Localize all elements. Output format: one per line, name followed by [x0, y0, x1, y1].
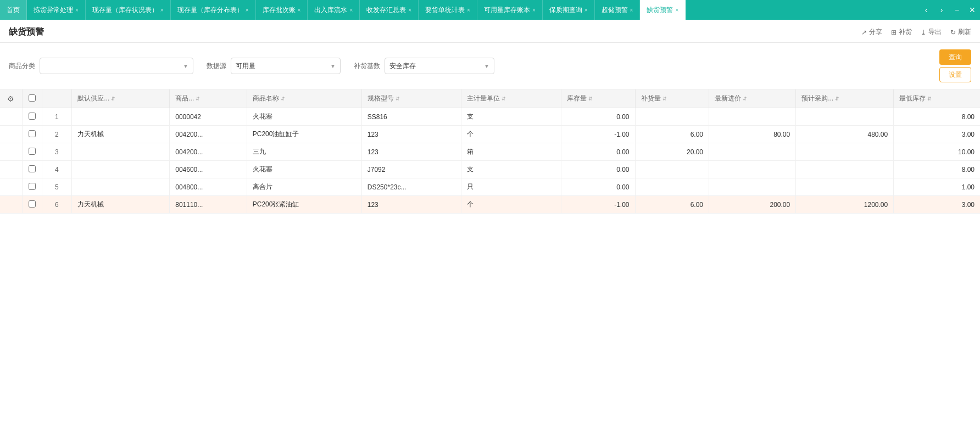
- td-supplement-0: [635, 108, 709, 126]
- th-est-purchase-sort-icon: ⇵: [835, 96, 839, 102]
- td-spec-1: 123: [361, 126, 461, 143]
- td-index-4: 5: [42, 178, 72, 196]
- nav-tab-2[interactable]: 现存量（库存状况表）×: [86, 0, 171, 20]
- row-checkbox-5[interactable]: [29, 200, 36, 208]
- row-checkbox-3[interactable]: [29, 165, 36, 172]
- nav-tab-9[interactable]: 保质期查询×: [543, 0, 595, 20]
- th-spec-sort-icon: ⇵: [396, 96, 400, 102]
- row-checkbox-1[interactable]: [29, 130, 36, 137]
- share-btn[interactable]: ↗ 分享: [861, 27, 882, 37]
- supplement-btn[interactable]: ⊞ 补货: [891, 27, 912, 37]
- nav-tab-3[interactable]: 现存量（库存分布表）×: [171, 0, 256, 20]
- nav-tab-10[interactable]: 超储预警×: [595, 0, 641, 20]
- row-checkbox-0[interactable]: [29, 113, 36, 120]
- td-supplement-5: 6.00: [635, 196, 709, 214]
- datasource-label: 数据源: [207, 61, 226, 71]
- nav-tab-6[interactable]: 收发存汇总表×: [360, 0, 419, 20]
- td-spec-2: 123: [361, 143, 461, 161]
- nav-tab-11[interactable]: 缺货预警×: [640, 0, 686, 20]
- td-supplier-2: [72, 143, 170, 161]
- nav-tab-label-3: 现存量（库存分布表）: [177, 5, 243, 15]
- datasource-select[interactable]: 可用量 ▼: [231, 58, 341, 74]
- td-supplier-0: [72, 108, 170, 126]
- data-table: ⚙ 默认供应... ⇵ 商品...: [0, 89, 980, 214]
- td-min-stock-5: 3.00: [894, 196, 980, 214]
- td-index-0: 1: [42, 108, 72, 126]
- nav-minimize-btn[interactable]: −: [949, 5, 965, 14]
- nav-tab-4[interactable]: 库存批次账×: [256, 0, 308, 20]
- td-checkbox-1: [22, 126, 42, 143]
- td-unit-2: 箱: [461, 143, 561, 161]
- th-product-code-label: 商品...: [175, 94, 194, 103]
- nav-tab-close-icon-7[interactable]: ×: [467, 7, 470, 13]
- th-est-purchase[interactable]: 预计采购... ⇵: [796, 89, 894, 108]
- datasource-select-value: 可用量: [236, 61, 255, 71]
- nav-tab-close-icon-11[interactable]: ×: [675, 7, 678, 13]
- th-product-code[interactable]: 商品... ⇵: [170, 89, 247, 108]
- nav-tab-7[interactable]: 要货单统计表×: [419, 0, 477, 20]
- td-product-name-2: 三九: [247, 143, 361, 161]
- nav-tab-close-icon-8[interactable]: ×: [532, 7, 536, 13]
- main-content: 缺货预警 ↗ 分享 ⊞ 补货 ⤓ 导出 ↻ 刷新 商品分类: [0, 20, 980, 437]
- nav-tab-5[interactable]: 出入库流水×: [308, 0, 360, 20]
- top-nav: 首页拣货异常处理×现存量（库存状况表）×现存量（库存分布表）×库存批次账×出入库…: [0, 0, 980, 20]
- query-btn[interactable]: 查询: [939, 49, 971, 65]
- nav-close-btn[interactable]: ✕: [965, 5, 980, 14]
- nav-tab-0[interactable]: 首页: [0, 0, 27, 20]
- th-spec[interactable]: 规格型号 ⇵: [361, 89, 461, 108]
- table-header-row: ⚙ 默认供应... ⇵ 商品...: [0, 89, 980, 108]
- td-min-stock-3: 8.00: [894, 161, 980, 178]
- th-latest-price-label: 最新进价: [715, 94, 741, 103]
- settings-btn[interactable]: 设置: [939, 67, 971, 82]
- th-default-supplier[interactable]: 默认供应... ⇵: [72, 89, 170, 108]
- nav-tab-close-icon-10[interactable]: ×: [630, 7, 633, 13]
- nav-tab-label-7: 要货单统计表: [425, 5, 465, 15]
- nav-tab-close-icon-9[interactable]: ×: [584, 7, 588, 13]
- select-all-checkbox[interactable]: [29, 94, 36, 102]
- nav-tab-1[interactable]: 拣货异常处理×: [27, 0, 86, 20]
- nav-tab-close-icon-6[interactable]: ×: [408, 7, 411, 13]
- nav-tab-close-icon-3[interactable]: ×: [246, 7, 249, 13]
- nav-tab-close-icon-2[interactable]: ×: [160, 7, 164, 13]
- td-supplement-3: [635, 161, 709, 178]
- table-row: 2力天机械004200...PC200油缸缸子123个-1.006.0080.0…: [0, 126, 980, 143]
- th-unit-label: 主计量单位: [467, 94, 500, 103]
- nav-tab-8[interactable]: 可用量库存账本×: [477, 0, 543, 20]
- td-supplier-1: 力天机械: [72, 126, 170, 143]
- nav-tab-label-2: 现存量（库存状况表）: [92, 5, 158, 15]
- row-checkbox-2[interactable]: [29, 148, 36, 155]
- nav-tab-close-icon-1[interactable]: ×: [75, 7, 79, 13]
- th-min-stock-sort-icon: ⇵: [927, 96, 932, 102]
- th-min-stock[interactable]: 最低库存 ⇵: [894, 89, 980, 108]
- td-est-purchase-1: 480.00: [796, 126, 894, 143]
- td-latest-price-2: [709, 143, 796, 161]
- th-latest-price[interactable]: 最新进价 ⇵: [709, 89, 796, 108]
- category-select[interactable]: ▼: [40, 58, 193, 74]
- td-stock-2: 0.00: [561, 143, 635, 161]
- nav-next-btn[interactable]: ›: [934, 5, 949, 14]
- datasource-filter-group: 数据源 可用量 ▼: [207, 58, 341, 74]
- td-spec-0: SS816: [361, 108, 461, 126]
- settings-gear-icon[interactable]: ⚙: [7, 94, 14, 103]
- th-stock[interactable]: 库存量 ⇵: [561, 89, 635, 108]
- td-product-name-0: 火花塞: [247, 108, 361, 126]
- supplement-basis-select[interactable]: 安全库存 ▼: [385, 58, 494, 74]
- td-index-1: 2: [42, 126, 72, 143]
- td-est-purchase-2: [796, 143, 894, 161]
- nav-tab-close-icon-4[interactable]: ×: [298, 7, 301, 13]
- nav-prev-btn[interactable]: ‹: [918, 5, 934, 14]
- refresh-btn[interactable]: ↻ 刷新: [950, 27, 971, 37]
- export-btn[interactable]: ⤓ 导出: [921, 27, 942, 37]
- th-product-name[interactable]: 商品名称 ⇵: [247, 89, 361, 108]
- td-checkbox-4: [22, 178, 42, 196]
- nav-tab-close-icon-5[interactable]: ×: [349, 7, 353, 13]
- th-supplement[interactable]: 补货量 ⇵: [635, 89, 709, 108]
- th-unit[interactable]: 主计量单位 ⇵: [461, 89, 561, 108]
- nav-tab-label-6: 收发存汇总表: [366, 5, 406, 15]
- td-checkbox-5: [22, 196, 42, 214]
- row-checkbox-4[interactable]: [29, 183, 36, 190]
- th-product-code-sort-icon: ⇵: [196, 96, 200, 102]
- td-supplement-4: [635, 178, 709, 196]
- td-est-purchase-0: [796, 108, 894, 126]
- td-stock-0: 0.00: [561, 108, 635, 126]
